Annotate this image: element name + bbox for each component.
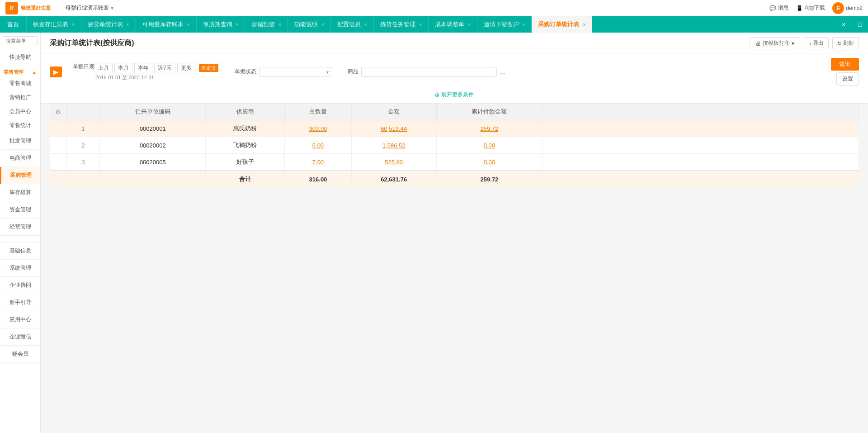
tab-overstock[interactable]: 超储预警 ×: [245, 16, 288, 33]
tab-close-function-desc[interactable]: ×: [321, 22, 324, 27]
nav-close-btn[interactable]: ×: [835, 16, 852, 33]
sidebar-item-inventory[interactable]: 库存核算: [0, 184, 40, 201]
logo-area: 好 畅捷通好生意: [5, 2, 51, 14]
goods-more-icon[interactable]: ...: [500, 68, 505, 76]
sidebar-item-app-center[interactable]: 应用中心: [0, 311, 40, 328]
status-select[interactable]: [259, 67, 331, 77]
sidebar-item-member-center[interactable]: 会员中心: [0, 105, 40, 119]
tab-close-overstock[interactable]: ×: [278, 22, 281, 27]
nav-max-btn[interactable]: □: [852, 16, 868, 33]
sidebar-item-sys-mgmt[interactable]: 系统管理: [0, 260, 40, 277]
tab-close-shelf-life[interactable]: ×: [236, 22, 239, 27]
tab-close-config-info[interactable]: ×: [364, 22, 367, 27]
tab-close-available-stock[interactable]: ×: [187, 22, 190, 27]
tab-function-desc[interactable]: 功能说明 ×: [288, 16, 331, 33]
tab-cost-adjust[interactable]: 成本调整单 ×: [429, 16, 477, 33]
main-layout: 快捷导航 零售管理 ▲ 零售商城 营销推广 会员中心 零售统计 批发管理 电商管…: [0, 33, 868, 433]
setting-btn[interactable]: 设置: [836, 72, 859, 86]
sidebar-item-purchase[interactable]: 采购管理: [0, 167, 40, 184]
cell-amount: 1,586.52: [351, 137, 436, 154]
tab-close-order-stats[interactable]: ×: [127, 22, 129, 27]
user-name: demo2: [846, 5, 863, 11]
sidebar-item-wholesale[interactable]: 批发管理: [0, 133, 40, 150]
date-btn-this-year[interactable]: 本年: [134, 63, 152, 73]
tab-shelf-life[interactable]: 保质期查询 ×: [197, 16, 245, 33]
sidebar-item-new-guide[interactable]: 新手引导: [0, 294, 40, 311]
sidebar-group-retail[interactable]: 零售管理 ▲: [0, 66, 40, 76]
date-range-display: 2016-01-01 至 2023-12-31: [95, 74, 218, 81]
tab-close-pick-task[interactable]: ×: [419, 22, 422, 27]
sidebar-item-vip[interactable]: 畅会员: [0, 346, 40, 363]
search-input[interactable]: [3, 36, 38, 45]
sidebar-item-retail-stats[interactable]: 零售统计: [0, 119, 40, 133]
sidebar-divider-1: [0, 236, 40, 243]
tab-available-stock[interactable]: 可用量库存账本 ×: [136, 16, 197, 33]
cell-settings: [50, 154, 67, 171]
tab-receive-summary[interactable]: 收发存汇总表 ×: [27, 16, 81, 33]
tab-home[interactable]: 首页: [0, 16, 27, 33]
data-table: ⚙ 往来单位编码 供应商 主数量 金额 累计付款金额 1: [50, 104, 859, 188]
user-area[interactable]: E demo2: [832, 2, 863, 14]
sidebar-item-retail-shop[interactable]: 零售商城: [0, 76, 40, 90]
cell-unit-code: 00020005: [100, 154, 206, 171]
sidebar-item-ecommerce[interactable]: 电商管理: [0, 150, 40, 167]
sidebar-item-finance[interactable]: 资金管理: [0, 201, 40, 219]
expand-more-btn[interactable]: ⊕ 展开更多条件: [435, 91, 474, 99]
logo-icon: 好: [5, 2, 18, 14]
cell-settings: [50, 120, 67, 137]
message-btn[interactable]: 💬 消息: [769, 4, 789, 12]
divider: [58, 4, 58, 13]
cell-row-num: 1: [67, 120, 100, 137]
tab-pick-task[interactable]: 拣货任务管理 ×: [374, 16, 429, 33]
tab-close-cost-adjust[interactable]: ×: [468, 22, 471, 27]
filter-action-btns: 查询 设置: [831, 58, 859, 86]
query-btn[interactable]: 查询: [831, 58, 859, 71]
date-label: 单据日期: [73, 63, 94, 71]
cell-row-num: 3: [67, 154, 100, 171]
refresh-btn[interactable]: ↻ 刷新: [832, 37, 859, 49]
cell-extra: [542, 137, 859, 154]
app-download-btn[interactable]: 📱 App下载: [796, 4, 825, 12]
sidebar-item-basic-info[interactable]: 基础信息: [0, 243, 40, 260]
filter-area: ▶ 单据日期 上月 本月 本年 近7天 更多 自定义 2016-01-01 至 …: [41, 53, 868, 104]
sidebar-item-enterprise-wechat[interactable]: 企业微信: [0, 328, 40, 346]
user-avatar: E: [832, 2, 844, 14]
date-btn-more[interactable]: 更多: [177, 63, 195, 73]
col-supplier: 供应商: [206, 104, 285, 120]
date-btn-last-month[interactable]: 上月: [94, 63, 113, 73]
col-unit-code: 往来单位编码: [100, 104, 206, 120]
tab-close-receive-summary[interactable]: ×: [72, 22, 75, 27]
tab-order-stats[interactable]: 要货单统计表 ×: [81, 16, 136, 33]
page-title: 采购订单统计表(按供应商): [50, 38, 134, 48]
export-btn[interactable]: ↓ 导出: [804, 37, 829, 49]
col-main-qty: 主数量: [285, 104, 351, 120]
filter-goods-item: 商品 ...: [348, 67, 505, 77]
workspace-selector[interactable]: 母婴行业演示账套 ▾: [66, 4, 113, 12]
col-extra: [542, 104, 859, 120]
page-header: 采购订单统计表(按供应商) 🖨 按模板打印 ▾ ↓ 导出 ↻ 刷新: [41, 33, 868, 53]
sidebar-search-area: [0, 33, 40, 49]
sidebar-item-ops[interactable]: 经营管理: [0, 219, 40, 236]
goods-input[interactable]: [361, 67, 497, 77]
date-btn-this-month[interactable]: 本月: [114, 63, 132, 73]
tab-purchase-stats[interactable]: 采购订单统计表 ×: [532, 16, 592, 33]
filter-collapse-btn[interactable]: ▶: [50, 67, 62, 77]
sidebar-item-marketing[interactable]: 营销推广: [0, 90, 40, 105]
date-btn-7days[interactable]: 近7天: [154, 63, 175, 73]
nav-tabs: 首页 收发存汇总表 × 要货单统计表 × 可用量库存账本 × 保质期查询 × 超…: [0, 16, 868, 33]
tab-config-info[interactable]: 配置信息 ×: [331, 16, 374, 33]
col-amount: 金额: [351, 104, 436, 120]
expand-more-row: ⊕ 展开更多条件: [50, 88, 859, 99]
template-print-btn[interactable]: 🖨 按模板打印 ▾: [750, 37, 800, 49]
top-bar: 好 畅捷通好生意 母婴行业演示账套 ▾ 💬 消息 📱 App下载 E demo2: [0, 0, 868, 16]
top-bar-right: 💬 消息 📱 App下载 E demo2: [769, 2, 863, 14]
tab-close-invite-downstream[interactable]: ×: [523, 22, 525, 27]
sidebar-item-enterprise-collab[interactable]: 企业协同: [0, 277, 40, 294]
tab-invite-downstream[interactable]: 邀请下游客户 ×: [477, 16, 532, 33]
cell-paid-amount: 259.72: [436, 120, 542, 137]
table-settings-icon[interactable]: ⚙: [55, 108, 61, 115]
cell-supplier: 惠氏奶粉: [206, 120, 285, 137]
tab-close-purchase-stats[interactable]: ×: [583, 22, 585, 27]
cell-supplier: 飞鹤奶粉: [206, 137, 285, 154]
sidebar-item-quick-nav[interactable]: 快捷导航: [0, 49, 40, 66]
